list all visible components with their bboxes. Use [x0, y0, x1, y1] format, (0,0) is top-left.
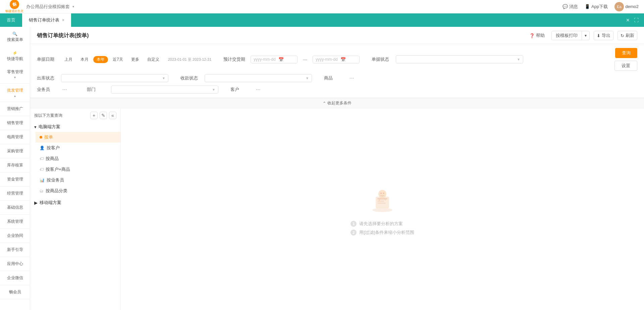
sidebar-item-corp-wechat[interactable]: 企业微信 [0, 271, 30, 285]
sidebar-item-wholesale[interactable]: 批发管理 ▴ [0, 84, 30, 102]
sidebar-item-corp-collab[interactable]: 企业协同 [0, 229, 30, 243]
sidebar-item-ecommerce[interactable]: 电商管理 [0, 130, 30, 144]
date-btn-more[interactable]: 更多 [128, 56, 143, 63]
filter-row-3: 业务员 ··· 部门 ▾ 客户 ··· [37, 86, 637, 94]
collapse-icon: ⌃ [323, 101, 326, 106]
date-btn-this-month[interactable]: 本月 [77, 56, 92, 63]
tree-item-by-cust-goods[interactable]: 🏷 按客户+商品 [36, 164, 120, 175]
export-btn[interactable]: ⬇ 导出 [594, 31, 613, 40]
search-btn[interactable]: 查询 [615, 48, 637, 58]
tree-item-by-customer[interactable]: 👤 按客户 [36, 143, 120, 153]
ship-status-label: 出库状态 [37, 75, 56, 81]
panel-add-btn[interactable]: + [90, 112, 98, 119]
ship-status-select[interactable]: ▾ [61, 74, 168, 82]
customer-input-dots[interactable]: ··· [255, 87, 262, 93]
filter-row-2: 出库状态 ▾ 收款状态 ▾ 商品 ··· [37, 74, 637, 82]
pay-status-select[interactable]: ▾ [205, 74, 312, 82]
category-icon: 🗂 [40, 189, 44, 193]
help-btn[interactable]: ❓ 帮助 [527, 31, 547, 40]
sidebar-item-sales[interactable]: 销售管理 [0, 116, 30, 130]
top-bar: 畅 畅捷通好生意 办公用品行业模拟账套 ▾ 💬 消息 📱 App下载 Ea de… [0, 0, 644, 13]
header-actions: ❓ 帮助 按模板打印 ▾ ⬇ 导出 ↻ 刷新 [527, 31, 637, 40]
filter-panel: 单据日期 上月 本月 本年 近7天 更多 自定义 2023-01-01 至 20… [30, 44, 644, 98]
tree-mobile-expand-icon: ▶ [34, 200, 38, 205]
tab-close-btn[interactable]: × [62, 18, 64, 22]
app-download-btn[interactable]: 📱 App下载 [585, 4, 608, 10]
print-dropdown-btn[interactable]: ▾ [582, 32, 589, 39]
dept-label: 部门 [87, 87, 106, 93]
date-btn-custom[interactable]: 自定义 [144, 56, 163, 63]
empty-tips: 1 请先选择要分析的方案 2 用[过滤]条件来缩小分析范围 [351, 221, 414, 236]
sidebar-item-system[interactable]: 系统管理 [0, 215, 30, 229]
collapse-bar[interactable]: ⌃ 收起更多条件 [30, 98, 644, 108]
empty-state: 1 请先选择要分析的方案 2 用[过滤]条件来缩小分析范围 [121, 108, 644, 310]
tree-pc-section: ▾ 电脑端方案 [30, 122, 120, 132]
sidebar-item-newbie[interactable]: 新手引导 [0, 243, 30, 257]
sidebar-item-member[interactable]: 畅会员 [0, 285, 30, 299]
print-btn[interactable]: 按模板打印 [552, 31, 582, 40]
logo-area: 畅 畅捷通好生意 [5, 0, 23, 13]
window-expand-btn[interactable]: ⛶ [634, 17, 639, 23]
tree-item-by-category[interactable]: 🗂 按商品分类 [36, 186, 120, 196]
tree-item-by-staff[interactable]: 📊 按业务员 [36, 175, 120, 186]
tree-item-by-goods[interactable]: 🏷 按商品 [36, 153, 120, 164]
panel-edit-btn[interactable]: ✎ [100, 112, 107, 119]
message-btn[interactable]: 💬 消息 [562, 4, 578, 10]
tab-home[interactable]: 首页 [0, 13, 22, 27]
active-dot-icon [40, 136, 42, 139]
date-quick-btns: 上月 本月 本年 近7天 更多 自定义 [61, 56, 163, 63]
sidebar-item-operation[interactable]: 经营管理 [0, 187, 30, 201]
pay-status-label: 收款状态 [180, 75, 199, 81]
doc-status-label: 单据状态 [372, 56, 390, 62]
help-icon: ❓ [529, 33, 535, 38]
message-icon: 💬 [562, 4, 568, 9]
svg-rect-2 [377, 198, 387, 200]
date-btn-last-month[interactable]: 上月 [61, 56, 76, 63]
refresh-icon: ↻ [621, 33, 624, 38]
date-btn-last-7[interactable]: 近7天 [109, 56, 126, 63]
dept-select[interactable]: ▾ [111, 86, 218, 94]
tree-children: 按单 👤 按客户 🏷 按商品 🏷 按客户+商品 � [30, 132, 120, 196]
action-btn-group: 查询 设置 [614, 48, 637, 71]
delivery-date-start[interactable]: yyyy-mm-dd 📅 [251, 56, 298, 63]
sidebar-quick-nav[interactable]: ⚡ 快捷导航 [0, 46, 30, 65]
salesman-input-dots[interactable]: ··· [61, 87, 68, 93]
user-menu[interactable]: Ea demo2 [614, 2, 639, 11]
sidebar-item-purchase[interactable]: 采购管理 [0, 144, 30, 158]
sidebar-item-marketing[interactable]: 营销推广 [0, 102, 30, 116]
goods-input-dots[interactable]: ··· [348, 75, 355, 81]
search-icon: 🔍 [12, 32, 17, 36]
sidebar-item-app-center[interactable]: 应用中心 [0, 257, 30, 271]
panel-toolbar: 按以下方案查询 + ✎ « [30, 112, 120, 122]
logo-text: 畅捷通好生意 [5, 9, 23, 13]
page-title: 销售订单统计表(按单) [37, 32, 89, 39]
refresh-btn[interactable]: ↻ 刷新 [618, 31, 637, 40]
date-btn-this-year[interactable]: 本年 [93, 56, 108, 63]
avatar: Ea [614, 2, 624, 11]
sidebar-item-basic[interactable]: 基础信息 [0, 201, 30, 215]
collapse-label: 收起更多条件 [327, 100, 352, 106]
tree-item-by-order[interactable]: 按单 [36, 132, 120, 143]
settings-btn[interactable]: 设置 [614, 61, 637, 71]
sidebar-item-finance[interactable]: 资金管理 [0, 172, 30, 187]
delivery-date-end[interactable]: yyyy-mm-dd 📅 [313, 56, 360, 63]
svg-rect-4 [377, 203, 386, 204]
sidebar-item-inventory[interactable]: 库存核算 [0, 158, 30, 172]
tree-expand-icon: ▾ [34, 124, 37, 130]
page-header: 销售订单统计表(按单) ❓ 帮助 按模板打印 ▾ ⬇ 导出 [30, 27, 644, 44]
delivery-date-label: 预计交货期 [223, 56, 245, 62]
svg-point-6 [380, 193, 382, 194]
tab-sales-order-stat[interactable]: 销售订单统计表 × [22, 13, 71, 27]
download-icon: 📱 [585, 4, 590, 9]
panel-collapse-btn[interactable]: « [109, 112, 116, 119]
page-title-row: 销售订单统计表(按单) ❓ 帮助 按模板打印 ▾ ⬇ 导出 [37, 31, 637, 44]
app-title-dropdown[interactable]: ▾ [72, 5, 74, 8]
window-close-btn[interactable]: ✕ [626, 17, 630, 23]
logo-icon: 畅 [10, 0, 19, 9]
doc-status-select[interactable]: ▾ [396, 55, 523, 63]
print-btn-group: 按模板打印 ▾ [551, 31, 590, 40]
main-body: 按以下方案查询 + ✎ « ▾ 电脑端方案 按单 👤 按客 [30, 108, 644, 310]
sidebar-search[interactable]: 🔍 搜索菜单 [0, 27, 30, 46]
left-panel: 按以下方案查询 + ✎ « ▾ 电脑端方案 按单 👤 按客 [30, 108, 121, 310]
sidebar-item-retail[interactable]: 零售管理 ▾ [0, 65, 30, 84]
